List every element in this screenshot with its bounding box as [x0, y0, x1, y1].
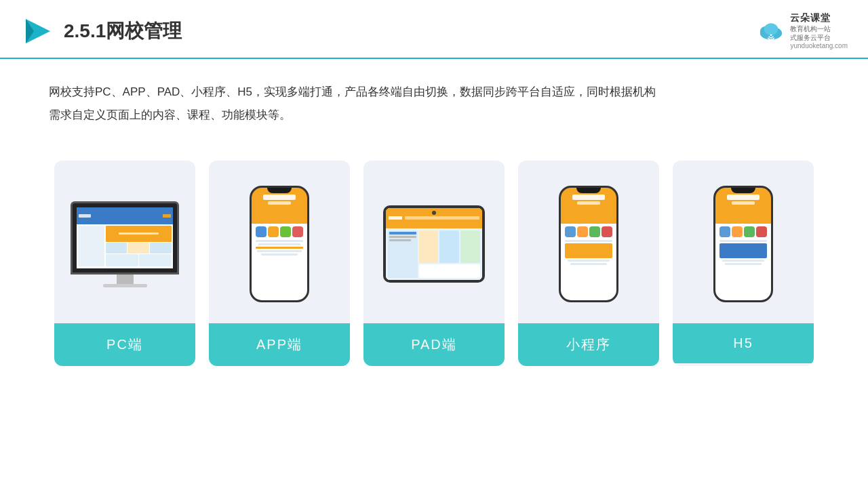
cards-container: PC端 [0, 147, 868, 386]
card-pad-image [363, 161, 505, 323]
header-right: 云朵课堂 教育机构一站 式服务云平台 yunduoketang.com [756, 12, 848, 49]
description-line1: 网校支持PC、APP、PAD、小程序、H5，实现多端打通，产品各终端自由切换，数… [49, 81, 819, 104]
card-h5-label: H5 [673, 323, 814, 363]
phone-screen-mini [561, 188, 616, 300]
phone-notch-mini [576, 188, 601, 193]
svg-point-6 [770, 34, 772, 36]
brand-url: yunduoketang.com [790, 42, 848, 49]
brand-sub1: 教育机构一站 式服务云平台 [790, 24, 831, 42]
tablet-outer [383, 205, 485, 283]
card-pad: PAD端 [363, 161, 505, 366]
phone-mockup-app [250, 186, 309, 302]
tablet-camera [432, 211, 436, 215]
phone-screen-app [252, 188, 307, 300]
brand-name: 云朵课堂 [790, 12, 831, 24]
card-app-image [209, 161, 350, 323]
tablet-mockup [383, 205, 485, 283]
phone-mockup-h5 [713, 186, 773, 302]
card-pc-label: PC端 [54, 323, 195, 366]
card-pc-image [54, 161, 195, 323]
card-h5: H5 [673, 161, 814, 366]
pc-screen-content [77, 207, 173, 268]
description-line2: 需求自定义页面上的内容、课程、功能模块等。 [49, 104, 819, 127]
page-title: 2.5.1网校管理 [64, 18, 182, 44]
card-mini: 小程序 [518, 161, 659, 366]
cloud-brand-icon [756, 19, 786, 43]
logo-arrow-icon [20, 15, 53, 47]
phone-screen-h5 [715, 188, 771, 300]
phone-notch-h5 [731, 188, 755, 193]
phone-outer-mini [559, 186, 618, 302]
header: 2.5.1网校管理 云朵课堂 教育机构一站 式服务云平台 yunduo [0, 0, 868, 59]
card-h5-image [673, 161, 814, 323]
pc-mockup [71, 201, 179, 287]
phone-outer-h5 [713, 186, 773, 302]
tablet-screen [386, 208, 482, 280]
svg-point-5 [764, 23, 778, 35]
phone-mockup-mini [559, 186, 618, 302]
card-pc: PC端 [54, 161, 195, 366]
pc-screen-outer [71, 201, 179, 274]
description-block: 网校支持PC、APP、PAD、小程序、H5，实现多端打通，产品各终端自由切换，数… [0, 59, 868, 140]
header-left: 2.5.1网校管理 [20, 15, 182, 47]
phone-outer-app [250, 186, 309, 302]
card-mini-label: 小程序 [518, 323, 659, 366]
card-mini-image [518, 161, 659, 323]
phone-notch-app [267, 188, 292, 193]
card-app-label: APP端 [209, 323, 350, 366]
card-app: APP端 [209, 161, 350, 366]
card-pad-label: PAD端 [363, 323, 505, 366]
brand-logo: 云朵课堂 教育机构一站 式服务云平台 yunduoketang.com [756, 12, 848, 49]
brand-text-block: 云朵课堂 教育机构一站 式服务云平台 yunduoketang.com [790, 12, 848, 49]
